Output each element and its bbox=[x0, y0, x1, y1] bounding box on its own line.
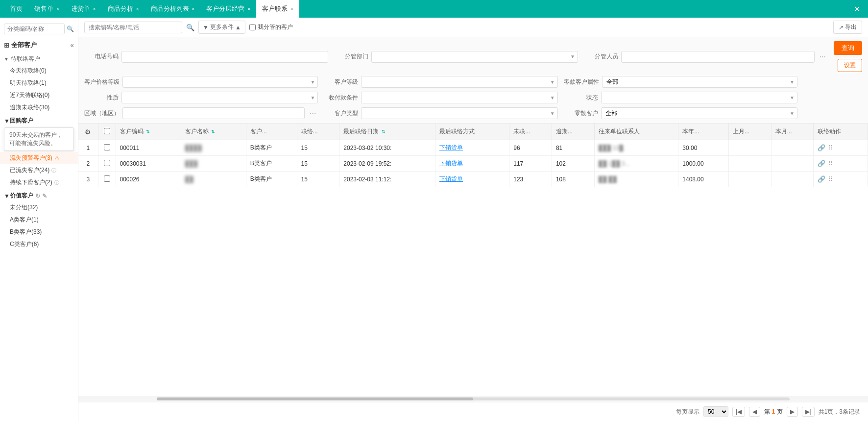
sidebar-item-class-b[interactable]: B类客户(33) bbox=[0, 226, 78, 238]
tab-close-customer-contact[interactable]: × bbox=[290, 6, 293, 12]
sidebar-search-input[interactable] bbox=[4, 24, 65, 34]
col-checkbox-all[interactable] bbox=[98, 124, 116, 140]
contact-method-link[interactable]: 下销货单 bbox=[439, 160, 463, 167]
scrollbar-thumb[interactable] bbox=[157, 397, 473, 400]
sidebar-all-customers[interactable]: ⊞ 全部客户 « bbox=[0, 38, 78, 52]
next-page-button[interactable]: ▶ bbox=[787, 407, 798, 417]
tab-close-sales[interactable]: × bbox=[56, 6, 59, 12]
tab-analysis-list[interactable]: 商品分析列表 × bbox=[145, 0, 201, 18]
tab-close-analysis[interactable]: × bbox=[136, 6, 139, 12]
more-dots-region[interactable]: ··· bbox=[308, 109, 318, 118]
cell-name: ███ bbox=[181, 156, 246, 172]
cell-checkbox[interactable] bbox=[98, 156, 116, 172]
more-conditions-button[interactable]: ▼ 更多条件 ▲ bbox=[198, 21, 245, 34]
filter-select-customer-type-wrap: ▼ bbox=[361, 107, 557, 119]
export-button[interactable]: ↗ 导出 bbox=[833, 21, 862, 34]
my-customers-checkbox[interactable] bbox=[249, 24, 256, 30]
prev-page-button[interactable]: ◀ bbox=[749, 407, 760, 417]
sidebar-section-pending[interactable]: ▼ 待联络客户 bbox=[0, 52, 78, 65]
action-more-icon[interactable]: ⠿ bbox=[828, 144, 833, 151]
filter-select-status[interactable] bbox=[601, 92, 797, 103]
sidebar-item-unclassified[interactable]: 未分组(32) bbox=[0, 201, 78, 214]
filter-input-region[interactable] bbox=[122, 107, 305, 119]
search-button[interactable]: 🔍 bbox=[186, 24, 194, 31]
sidebar-item-tomorrow[interactable]: 明天待联络(1) bbox=[0, 77, 78, 89]
last-page-button[interactable]: ▶| bbox=[802, 407, 815, 417]
tab-home[interactable]: 首页 bbox=[4, 0, 28, 18]
table-settings-gear[interactable]: ⚙ bbox=[85, 128, 91, 136]
cell-actions: 🔗 ⠿ bbox=[814, 140, 868, 156]
filter-select-payment[interactable] bbox=[361, 92, 557, 103]
filter-select-retail-customer[interactable]: 全部 bbox=[601, 107, 797, 119]
customer-table: ⚙ 客户编码 ⇅ 客户名称 ⇅ 客户... bbox=[78, 124, 868, 187]
filter-select-nature[interactable] bbox=[121, 92, 318, 103]
filter-select-customer-level-wrap: ▼ bbox=[361, 76, 557, 88]
arrow-icon: ▼ bbox=[4, 56, 9, 62]
tab-customer-mgmt[interactable]: 客户分层经营 × bbox=[200, 0, 256, 18]
tab-customer-contact[interactable]: 客户联系 × bbox=[256, 0, 299, 18]
refresh-icon[interactable]: ↻ bbox=[35, 193, 40, 199]
action-more-icon[interactable]: ⠿ bbox=[828, 175, 833, 183]
sidebar-search-icon[interactable]: 🔍 bbox=[67, 25, 74, 32]
advanced-filter-panel: 电话号码 分管部门 ▼ 分管人员 ··· bbox=[78, 37, 868, 124]
col-this-month: 本月... bbox=[771, 124, 814, 140]
more-dots-person[interactable]: ··· bbox=[818, 52, 828, 61]
cell-seq: 3 bbox=[78, 172, 98, 187]
action-link-icon[interactable]: 🔗 bbox=[818, 175, 825, 183]
tab-close-purchase[interactable]: × bbox=[93, 6, 96, 12]
action-link-icon[interactable]: 🔗 bbox=[818, 160, 825, 167]
filter-select-customer-level[interactable] bbox=[361, 76, 557, 88]
sort-code-icon[interactable]: ⇅ bbox=[146, 129, 150, 134]
sidebar-item-overdue[interactable]: 逾期未联络(30) bbox=[0, 101, 78, 114]
filter-select-customer-type[interactable] bbox=[361, 107, 557, 119]
col-last-month: 上月... bbox=[728, 124, 771, 140]
sidebar-collapse-btn[interactable]: « bbox=[70, 41, 74, 49]
first-page-button[interactable]: |◀ bbox=[732, 407, 745, 417]
tab-purchase[interactable]: 进货单 × bbox=[65, 0, 102, 18]
cell-overdue: 102 bbox=[552, 156, 594, 172]
scrollbar-track bbox=[157, 397, 790, 400]
filter-input-phone[interactable] bbox=[121, 51, 328, 63]
filter-select-retail-attr[interactable]: 全部 bbox=[602, 76, 797, 88]
sidebar-item-class-a[interactable]: A类客户(1) bbox=[0, 214, 78, 226]
filter-row-3: 性质 ▼ 收付款条件 ▼ bbox=[84, 92, 862, 103]
settings-button[interactable]: 设置 bbox=[838, 59, 862, 72]
query-button[interactable]: 查询 bbox=[834, 41, 862, 55]
page-number-label: 第 1 页 bbox=[764, 408, 782, 416]
search-input[interactable] bbox=[84, 22, 182, 33]
export-icon: ↗ bbox=[839, 24, 844, 31]
tab-close-customer-mgmt[interactable]: × bbox=[247, 6, 250, 12]
cell-code: 000011 bbox=[116, 140, 181, 156]
sidebar-item-today[interactable]: 今天待联络(0) bbox=[0, 65, 78, 77]
horizontal-scrollbar[interactable] bbox=[78, 396, 868, 402]
filter-select-price-level[interactable] bbox=[122, 76, 318, 88]
tab-close-analysis-list[interactable]: × bbox=[192, 6, 195, 12]
tab-analysis[interactable]: 商品分析 × bbox=[102, 0, 145, 18]
cell-checkbox[interactable] bbox=[98, 140, 116, 156]
contact-method-link[interactable]: 下销货单 bbox=[439, 175, 463, 182]
sort-name-icon[interactable]: ⇅ bbox=[211, 129, 215, 134]
data-table-container: ⚙ 客户编码 ⇅ 客户名称 ⇅ 客户... bbox=[78, 124, 868, 396]
warning-icon: ⚠ bbox=[54, 155, 60, 162]
edit-icon[interactable]: ✎ bbox=[42, 193, 47, 199]
tab-sales[interactable]: 销售单 × bbox=[28, 0, 65, 18]
sidebar-item-churn-warning[interactable]: 流失预警客户(3) ⚠ bbox=[0, 152, 78, 164]
sidebar-item-class-c[interactable]: C类客户(6) bbox=[0, 238, 78, 250]
cell-checkbox[interactable] bbox=[98, 172, 116, 187]
cell-unit-contacts: ██ 1██ 3... bbox=[594, 156, 678, 172]
my-customers-checkbox-label[interactable]: 我分管的客户 bbox=[249, 23, 293, 31]
col-actions: 联络动作 bbox=[814, 124, 868, 140]
page-size-select[interactable]: 50 100 bbox=[703, 406, 728, 417]
filter-input-person[interactable] bbox=[621, 51, 815, 63]
filter-select-dept[interactable] bbox=[371, 51, 578, 63]
contact-method-link[interactable]: 下销货单 bbox=[439, 144, 463, 151]
sort-date-icon[interactable]: ⇅ bbox=[382, 129, 386, 134]
select-all-checkbox[interactable] bbox=[104, 128, 110, 134]
action-more-icon[interactable]: ⠿ bbox=[828, 160, 833, 167]
action-link-icon[interactable]: 🔗 bbox=[818, 144, 825, 151]
sidebar-item-churned[interactable]: 已流失客户(24) ⓘ bbox=[0, 164, 78, 176]
sidebar-item-7days[interactable]: 近7天待联络(0) bbox=[0, 89, 78, 101]
window-close-button[interactable]: ✕ bbox=[850, 4, 864, 14]
cell-actions: 🔗 ⠿ bbox=[814, 172, 868, 187]
sidebar-item-declining[interactable]: 持续下滑客户(2) ⓘ bbox=[0, 176, 78, 189]
